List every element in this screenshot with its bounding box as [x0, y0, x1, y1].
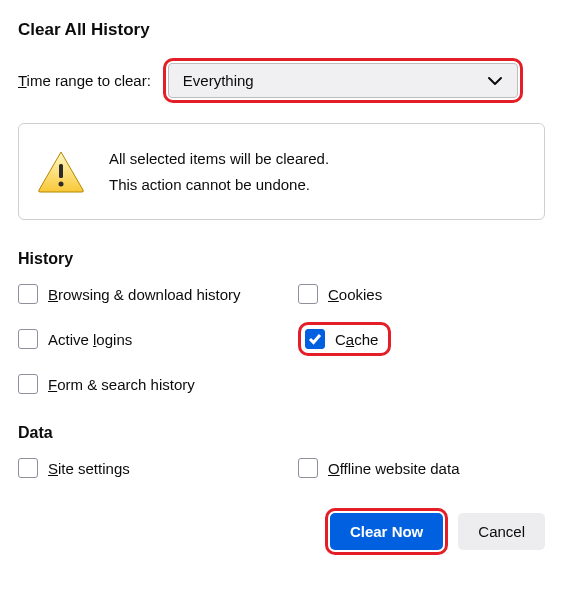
- warning-line2: This action cannot be undone.: [109, 172, 329, 198]
- cache-item-wrapper: Cache: [298, 322, 545, 356]
- data-section-title: Data: [18, 424, 545, 442]
- dialog-title: Clear All History: [18, 20, 545, 40]
- offline-data-checkbox[interactable]: [298, 458, 318, 478]
- time-range-row: Time range to clear: Everything: [18, 58, 545, 103]
- site-settings-label: Site settings: [48, 460, 130, 477]
- cache-highlight: Cache: [298, 322, 391, 356]
- cookies-item[interactable]: Cookies: [298, 284, 545, 304]
- history-checkbox-grid: Browsing & download history Cookies Acti…: [18, 284, 545, 394]
- form-search-label: Form & search history: [48, 376, 195, 393]
- cache-checkbox[interactable]: [305, 329, 325, 349]
- history-section-title: History: [18, 250, 545, 268]
- time-range-highlight: Everything: [163, 58, 523, 103]
- warning-text: All selected items will be cleared. This…: [109, 146, 329, 197]
- cancel-button[interactable]: Cancel: [458, 513, 545, 550]
- data-checkbox-grid: Site settings Offline website data: [18, 458, 545, 478]
- clear-now-button[interactable]: Clear Now: [330, 513, 443, 550]
- svg-rect-0: [59, 164, 63, 178]
- offline-data-label: Offline website data: [328, 460, 459, 477]
- time-range-selected: Everything: [183, 72, 254, 89]
- browsing-history-label: Browsing & download history: [48, 286, 241, 303]
- svg-point-1: [59, 181, 64, 186]
- cookies-label: Cookies: [328, 286, 382, 303]
- active-logins-checkbox[interactable]: [18, 329, 38, 349]
- time-range-select[interactable]: Everything: [168, 63, 518, 98]
- browsing-history-item[interactable]: Browsing & download history: [18, 284, 298, 304]
- chevron-down-icon: [487, 73, 503, 89]
- dialog-buttons: Clear Now Cancel: [18, 508, 545, 555]
- site-settings-item[interactable]: Site settings: [18, 458, 298, 478]
- warning-box: All selected items will be cleared. This…: [18, 123, 545, 220]
- form-search-item[interactable]: Form & search history: [18, 374, 298, 394]
- clear-now-highlight: Clear Now: [325, 508, 448, 555]
- offline-data-item[interactable]: Offline website data: [298, 458, 545, 478]
- warning-line1: All selected items will be cleared.: [109, 146, 329, 172]
- checkmark-icon: [308, 332, 322, 346]
- cache-label: Cache: [335, 331, 378, 348]
- browsing-history-checkbox[interactable]: [18, 284, 38, 304]
- form-search-checkbox[interactable]: [18, 374, 38, 394]
- time-range-label: Time range to clear:: [18, 72, 151, 89]
- cookies-checkbox[interactable]: [298, 284, 318, 304]
- active-logins-item[interactable]: Active logins: [18, 322, 298, 356]
- warning-icon: [37, 150, 85, 194]
- site-settings-checkbox[interactable]: [18, 458, 38, 478]
- active-logins-label: Active logins: [48, 331, 132, 348]
